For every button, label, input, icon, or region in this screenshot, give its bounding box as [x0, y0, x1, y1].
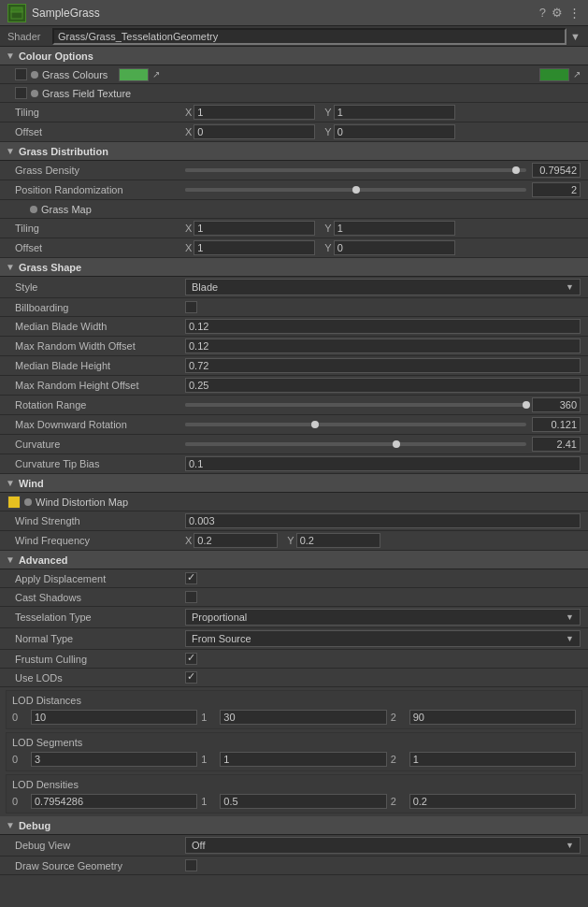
settings-icon[interactable]: ⚙ [552, 6, 563, 20]
billboarding-checkbox[interactable] [185, 301, 197, 313]
cast-shadows-checkbox[interactable] [185, 591, 197, 603]
lod-dist-label-2: 2 [391, 712, 406, 723]
grass-colours-checkbox[interactable] [15, 68, 27, 80]
lod-den-label-2: 2 [391, 796, 406, 807]
normal-type-value: From Source [192, 633, 251, 644]
median-blade-height-value[interactable] [185, 358, 581, 373]
grass-density-slider[interactable] [185, 168, 526, 172]
max-random-height-value[interactable] [185, 378, 581, 393]
grass-field-checkbox[interactable] [15, 87, 27, 99]
lod-den-label-0: 0 [12, 796, 27, 807]
debug-view-dropdown[interactable]: Off ▼ [185, 837, 581, 854]
grass-shape-section: ▼ Grass Shape Style Blade ▼ Billboarding… [0, 258, 588, 474]
lod-den-value-0[interactable] [31, 794, 197, 809]
help-icon[interactable]: ? [539, 6, 546, 20]
max-downward-rotation-value[interactable] [532, 417, 581, 432]
tesselation-type-value: Proportional [192, 612, 247, 623]
max-downward-rotation-thumb[interactable] [311, 421, 319, 428]
colour-offset-row: Offset X Y [0, 122, 588, 142]
rotation-range-value[interactable] [532, 397, 581, 412]
position-randomization-thumb[interactable] [352, 186, 360, 194]
max-random-width-value[interactable] [185, 338, 581, 353]
median-blade-width-value[interactable] [185, 319, 581, 334]
curvature-slider[interactable] [185, 442, 526, 446]
frustum-culling-row: Frustum Culling [0, 650, 588, 669]
rotation-range-thumb[interactable] [523, 401, 530, 409]
colour-offset-x-label: X [185, 126, 192, 137]
use-lods-checkbox[interactable] [185, 671, 197, 684]
advanced-header[interactable]: ▼ Advanced [0, 551, 588, 569]
colour-offset-x[interactable] [194, 124, 315, 139]
position-randomization-slider[interactable] [185, 188, 526, 192]
lod-den-value-1[interactable] [220, 794, 386, 809]
debug-header[interactable]: ▼ Debug [0, 816, 588, 835]
shader-input[interactable] [52, 28, 566, 45]
colour-tiling-x-label: X [185, 107, 192, 118]
curvature-tip-bias-value[interactable] [185, 456, 581, 471]
grass-colours-label: Grass Colours [42, 69, 108, 80]
position-randomization-value[interactable] [532, 182, 581, 197]
median-blade-width-row: Median Blade Width [0, 317, 588, 337]
grass-colour-picker-1[interactable]: ↗ [152, 69, 160, 79]
grass-density-value[interactable] [532, 163, 581, 178]
normal-type-dropdown[interactable]: From Source ▼ [185, 630, 581, 647]
overflow-icon[interactable]: ⋮ [568, 6, 581, 20]
grass-density-thumb[interactable] [512, 166, 520, 174]
frustum-culling-checkbox[interactable] [185, 653, 197, 665]
colour-tiling-y[interactable] [334, 105, 455, 120]
max-downward-rotation-label: Max Downward Rotation [7, 419, 185, 430]
draw-source-checkbox[interactable] [185, 859, 197, 871]
dist-tiling-x[interactable] [194, 221, 315, 236]
curvature-thumb[interactable] [393, 440, 400, 448]
lod-densities-section: LOD Densities 0 1 2 [6, 774, 582, 813]
max-downward-rotation-slider[interactable] [185, 423, 526, 426]
colour-offset-y[interactable] [334, 124, 455, 139]
lod-dist-value-1[interactable] [220, 710, 386, 725]
wind-freq-x[interactable] [194, 533, 278, 548]
grass-colour-swatch-2[interactable] [539, 68, 569, 81]
lod-distances-title: LOD Distances [12, 695, 576, 706]
grass-distribution-title: Grass Distribution [19, 146, 108, 157]
debug-section: ▼ Debug Debug View Off ▼ Draw Source Geo… [0, 816, 588, 875]
colour-offset-label: Offset [7, 126, 185, 137]
lod-densities-row: 0 1 2 [12, 794, 576, 809]
colour-options-header[interactable]: ▼ Colour Options [0, 47, 588, 65]
wind-header[interactable]: ▼ Wind [0, 474, 588, 493]
wind-strength-label: Wind Strength [7, 515, 185, 526]
curvature-value[interactable] [532, 437, 581, 452]
wind-distortion-label: Wind Distortion Map [36, 497, 128, 508]
dist-tiling-y[interactable] [334, 221, 455, 236]
median-blade-height-label: Median Blade Height [7, 360, 185, 371]
dist-offset-y[interactable] [334, 240, 455, 255]
tesselation-type-dropdown[interactable]: Proportional ▼ [185, 609, 581, 626]
lod-den-label-1: 1 [201, 796, 216, 807]
lod-seg-value-0[interactable] [31, 752, 197, 767]
position-randomization-label: Position Randomization [7, 184, 185, 195]
lod-distances-section: LOD Distances 0 1 2 [6, 690, 582, 729]
advanced-title: Advanced [19, 554, 68, 566]
dist-offset-x[interactable] [194, 240, 315, 255]
lod-den-value-2[interactable] [409, 794, 576, 809]
wind-freq-x-label: X [185, 535, 192, 546]
normal-type-row: Normal Type From Source ▼ [0, 628, 588, 650]
wind-texture-swatch[interactable] [7, 496, 21, 509]
style-dropdown[interactable]: Blade ▼ [185, 279, 581, 295]
grass-distribution-header[interactable]: ▼ Grass Distribution [0, 142, 588, 161]
wind-distortion-row: Wind Distortion Map [0, 493, 588, 511]
grass-colour-picker-2[interactable]: ↗ [573, 69, 581, 79]
grass-shape-header[interactable]: ▼ Grass Shape [0, 258, 588, 277]
shader-dropdown-arrow[interactable]: ▼ [570, 31, 581, 42]
lod-seg-value-2[interactable] [409, 752, 576, 767]
lod-dist-value-2[interactable] [409, 710, 576, 725]
colour-tiling-y-label: Y [324, 107, 331, 118]
colour-tiling-x[interactable] [194, 105, 315, 120]
wind-strength-value[interactable] [185, 513, 581, 528]
colour-tiling-row: Tiling X Y [0, 103, 588, 122]
rotation-range-slider[interactable] [185, 403, 526, 407]
apply-displacement-checkbox[interactable] [185, 572, 197, 584]
lod-seg-value-1[interactable] [220, 752, 386, 767]
debug-view-row: Debug View Off ▼ [0, 835, 588, 857]
grass-colour-swatch-1[interactable] [119, 68, 149, 81]
wind-freq-y[interactable] [296, 533, 380, 548]
lod-dist-value-0[interactable] [31, 710, 197, 725]
